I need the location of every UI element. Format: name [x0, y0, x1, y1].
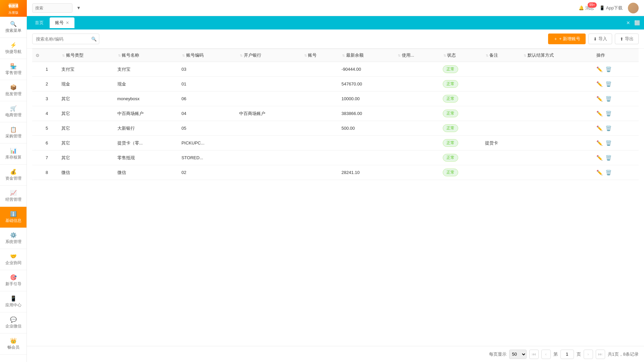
sidebar-item-wholesale[interactable]: 📦 批发管理: [0, 80, 26, 101]
last-page-button[interactable]: ⏭: [596, 350, 605, 359]
row-name-2: moneybosx: [115, 92, 179, 106]
delete-button-4[interactable]: 🗑️: [605, 125, 612, 131]
sidebar-item-operations[interactable]: 📈 经营管理: [0, 186, 26, 207]
account-search-input[interactable]: [32, 34, 99, 44]
delete-button-2[interactable]: 🗑️: [605, 96, 612, 102]
col-status[interactable]: ⇅ 状态: [440, 49, 482, 62]
search-icon[interactable]: 🔍: [91, 37, 97, 42]
sort-icon: ⇅: [486, 54, 488, 57]
message-badge: 99+: [588, 2, 597, 8]
col-settings[interactable]: ⚙: [32, 49, 43, 62]
sidebar-item-ecommerce[interactable]: 🛒 电商管理: [0, 101, 26, 122]
delete-button-5[interactable]: 🗑️: [605, 140, 612, 146]
add-account-button[interactable]: ＋ + 新增账号: [548, 34, 586, 44]
edit-button-7[interactable]: ✏️: [596, 170, 603, 175]
row-remark-3: [482, 106, 520, 121]
app-sub-title: 乐厘版: [8, 10, 18, 15]
col-bank[interactable]: ⇅ 开户银行: [236, 49, 301, 62]
col-type[interactable]: ⇅ 账号类型: [59, 49, 114, 62]
row-remark-2: [482, 92, 520, 106]
delete-button-6[interactable]: 🗑️: [605, 155, 612, 161]
export-button[interactable]: ⬆ 导出: [615, 34, 639, 44]
row-default-settlement-2: [520, 92, 594, 106]
row-settings-5[interactable]: [32, 136, 43, 150]
content-toolbar: 🔍 ＋ + 新增账号 ⬇ 导入 ⬆ 导出: [27, 29, 644, 49]
sidebar-item-retail[interactable]: 🏪 零售管理: [0, 59, 26, 80]
next-page-button[interactable]: ›: [584, 350, 593, 359]
row-action-2: ✏️ 🗑️: [594, 92, 639, 106]
sidebar-item-bizwechat[interactable]: 💬 企业微信: [0, 312, 26, 334]
col-account[interactable]: ⇅ 账号: [301, 49, 339, 62]
tab-home[interactable]: 首页: [30, 17, 49, 28]
row-balance-3: 383866.00: [339, 106, 394, 121]
edit-button-5[interactable]: ✏️: [596, 140, 603, 146]
edit-button-0[interactable]: ✏️: [596, 66, 603, 72]
edit-button-1[interactable]: ✏️: [596, 81, 603, 87]
per-page-select[interactable]: 50 100 200: [509, 350, 527, 359]
row-code-3: 04: [179, 106, 236, 121]
row-settings-4[interactable]: [32, 121, 43, 136]
row-settings-1[interactable]: [32, 77, 43, 92]
sidebar-item-member[interactable]: 👑 畅会员: [0, 334, 26, 355]
row-settings-6[interactable]: [32, 150, 43, 165]
row-code-2: 06: [179, 92, 236, 106]
first-page-button[interactable]: ⏮: [529, 350, 539, 359]
edit-button-6[interactable]: ✏️: [596, 155, 603, 161]
delete-button-3[interactable]: 🗑️: [605, 111, 612, 116]
sidebar-item-finance[interactable]: 💰 资金管理: [0, 165, 26, 186]
avatar[interactable]: [628, 3, 639, 13]
sidebar-item-appcenter[interactable]: 📱 应用中心: [0, 291, 26, 312]
row-settings-7[interactable]: [32, 165, 43, 180]
col-usage[interactable]: ⇅ 使用...: [394, 49, 440, 62]
import-button[interactable]: ⬇ 导入: [588, 34, 612, 44]
row-settings-3[interactable]: [32, 106, 43, 121]
sidebar-item-collaboration[interactable]: 🤝 企业协同: [0, 249, 26, 270]
row-index-1: 2: [43, 77, 59, 92]
sidebar-item-system[interactable]: ⚙️ 系统管理: [0, 228, 26, 249]
tab-account[interactable]: 账号 ✕: [50, 17, 74, 28]
sidebar-item-search[interactable]: 🔍 搜索菜单: [0, 17, 26, 38]
delete-button-1[interactable]: 🗑️: [605, 81, 612, 87]
topbar-dropdown[interactable]: ▼: [76, 5, 81, 10]
app-logo[interactable]: 畅捷通 乐厘版: [0, 0, 27, 17]
sidebar-item-quicknav[interactable]: ⚡ 快捷导航: [0, 38, 26, 59]
topbar-search-input[interactable]: [32, 3, 72, 13]
edit-button-2[interactable]: ✏️: [596, 96, 603, 102]
row-remark-1: [482, 77, 520, 92]
delete-button-0[interactable]: 🗑️: [605, 66, 612, 72]
col-name[interactable]: ⇅ 账号名称: [115, 49, 179, 62]
row-settings-2[interactable]: [32, 92, 43, 106]
row-name-3: 中百商场账户: [115, 106, 179, 121]
col-remark[interactable]: ⇅ 备注: [482, 49, 520, 62]
col-default-settlement[interactable]: ⇅ 默认结算方式: [520, 49, 594, 62]
sidebar-item-inventory[interactable]: 📊 库存核算: [0, 143, 26, 165]
message-button[interactable]: 🔔 消息 99+: [579, 5, 594, 11]
edit-button-4[interactable]: ✏️: [596, 125, 603, 131]
sort-icon: ⇅: [118, 54, 121, 57]
app-download-button[interactable]: 📱 App下载: [599, 5, 623, 11]
col-balance[interactable]: ⇅ 最新余额: [339, 49, 394, 62]
prev-page-button[interactable]: ‹: [541, 350, 551, 359]
tab-close-icon[interactable]: ✕: [66, 21, 69, 25]
tab-close-all-icon[interactable]: ✕: [625, 19, 632, 27]
tab-maximize-icon[interactable]: ⬜: [633, 19, 641, 27]
row-index-6: 7: [43, 150, 59, 165]
tabs-bar-right: ✕ ⬜: [625, 19, 641, 27]
sidebar-item-basicinfo[interactable]: ℹ️ 基础信息: [0, 207, 26, 228]
row-settings-0[interactable]: [32, 62, 43, 77]
delete-button-7[interactable]: 🗑️: [605, 170, 612, 175]
edit-button-3[interactable]: ✏️: [596, 111, 603, 116]
row-index-5: 6: [43, 136, 59, 150]
row-name-0: 支付宝: [115, 62, 179, 77]
row-type-5: 其它: [59, 136, 114, 150]
page-label-suffix: 页: [577, 351, 581, 357]
collaboration-icon: 🤝: [2, 253, 25, 259]
row-balance-5: [339, 136, 394, 150]
row-name-4: 大新银行: [115, 121, 179, 136]
accounts-table: ⚙ ⇅ 账号类型 ⇅ 账号名称 ⇅ 账号编码 ⇅ 开户银行 ⇅ 账号 ⇅ 最新余…: [32, 49, 639, 180]
sidebar-item-guide[interactable]: 🎯 新手引导: [0, 270, 26, 291]
sidebar-item-purchase[interactable]: 📋 采购管理: [0, 122, 26, 143]
col-code[interactable]: ⇅ 账号编码: [179, 49, 236, 62]
row-name-5: 提货卡（零...: [115, 136, 179, 150]
page-input[interactable]: [560, 350, 574, 359]
